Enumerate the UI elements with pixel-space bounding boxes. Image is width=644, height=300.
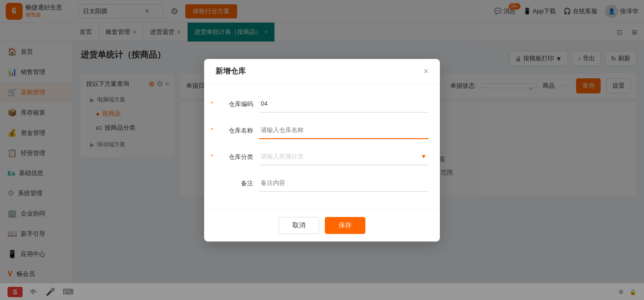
code-label: 仓库编码 (215, 100, 253, 108)
category-select[interactable]: 请输入所属分类 ▼ (259, 149, 429, 166)
form-row-name: 仓库名称 (215, 122, 429, 139)
cancel-button[interactable]: 取消 (279, 217, 319, 234)
modal-header: 新增仓库 × (204, 59, 440, 84)
modal-body: 仓库编码 仓库名称 仓库分类 请输入所属分类 ▼ 备注 (204, 84, 440, 209)
category-placeholder: 请输入所属分类 (261, 152, 304, 161)
note-label: 备注 (215, 179, 253, 188)
name-label: 仓库名称 (215, 126, 253, 135)
save-button[interactable]: 保存 (325, 217, 365, 234)
note-input[interactable] (259, 175, 429, 192)
modal-close-icon[interactable]: × (423, 67, 429, 75)
name-input[interactable] (259, 122, 429, 139)
code-input[interactable] (259, 96, 429, 113)
category-dropdown-icon: ▼ (421, 153, 427, 160)
add-warehouse-modal: 新增仓库 × 仓库编码 仓库名称 仓库分类 请输入所属分类 ▼ (204, 59, 440, 242)
modal-title: 新增仓库 (215, 67, 246, 76)
category-label: 仓库分类 (215, 153, 253, 161)
form-row-category: 仓库分类 请输入所属分类 ▼ (215, 149, 429, 166)
modal-footer: 取消 保存 (204, 209, 440, 242)
form-row-code: 仓库编码 (215, 96, 429, 113)
modal-overlay: 新增仓库 × 仓库编码 仓库名称 仓库分类 请输入所属分类 ▼ (0, 0, 644, 300)
form-row-note: 备注 (215, 175, 429, 192)
